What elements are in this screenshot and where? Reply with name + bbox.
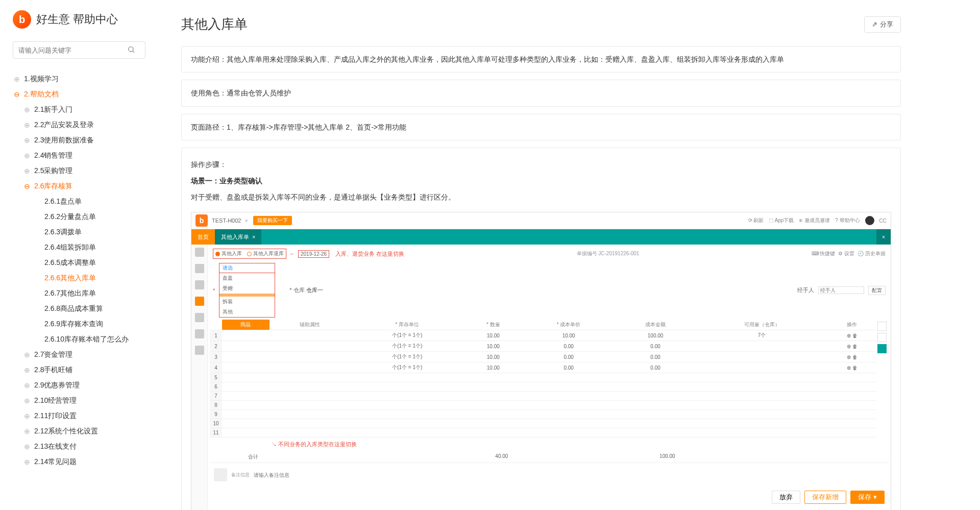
rail-icon[interactable] xyxy=(195,280,204,289)
nav-purchase[interactable]: ⊕2.5采购管理 xyxy=(23,163,145,179)
rail-icon[interactable] xyxy=(195,313,204,322)
ss-buy-button[interactable]: 我要购买一下 xyxy=(253,216,292,225)
nav-personalization[interactable]: ⊕2.12系统个性化设置 xyxy=(23,424,145,439)
close-icon[interactable]: × xyxy=(252,234,255,240)
help-icon[interactable]: ? 帮助中心 xyxy=(835,217,860,224)
table-row[interactable]: 10 xyxy=(210,419,876,428)
ss-dd-option[interactable]: 盘盈 xyxy=(219,273,275,283)
minus-icon: ⊖ xyxy=(13,90,21,99)
nav-cost-recalc[interactable]: ·2.6.8商品成本重算 xyxy=(33,301,145,317)
path-box: 页面路径：1、库存核算->库存管理->其他入库单 2、首页->常用功能 xyxy=(181,114,901,140)
ss-note-input[interactable] xyxy=(254,472,885,478)
rail-tool-icon[interactable] xyxy=(877,322,887,331)
ss-discard-button[interactable]: 放弃 xyxy=(772,491,800,504)
ss-savenew-button[interactable]: 保存新增 xyxy=(804,491,846,504)
rail-icon[interactable] xyxy=(195,297,204,306)
plus-icon: ⊕ xyxy=(23,427,31,435)
nav-faq[interactable]: ⊕2.14常见问题 xyxy=(23,454,145,470)
ss-dd-option[interactable]: 拆装 xyxy=(219,297,275,307)
ss-handler-input[interactable] xyxy=(818,286,864,294)
nav-finance[interactable]: ⊕2.7资金管理 xyxy=(23,347,145,362)
ss-left-rail xyxy=(191,245,208,510)
nav-getting-started[interactable]: ⊕2.1新手入门 xyxy=(23,102,145,117)
plus-icon: ⊕ xyxy=(13,75,21,83)
rail-icon[interactable] xyxy=(195,248,204,257)
ss-date-input[interactable]: 2019-12-26 xyxy=(298,250,329,258)
table-row[interactable]: 6 xyxy=(210,382,876,392)
ss-annotation-2: ↘ 不同业务的入库类型在这里切换 xyxy=(210,438,876,451)
sidebar: b 好生意 帮助中心 ⊕1.视频学习 ⊖2.帮助文档 ⊕2.1新手入门 ⊕2.2… xyxy=(0,0,156,510)
nav-help-docs[interactable]: ⊖2.帮助文档 xyxy=(13,87,145,102)
table-row[interactable]: 5 xyxy=(210,373,876,382)
plus-icon: ⊕ xyxy=(23,397,31,405)
ss-history-link[interactable]: 🕘 历史单据 xyxy=(857,250,886,257)
ss-settings-link[interactable]: ⚙ 设置 xyxy=(838,250,854,257)
rail-icon[interactable] xyxy=(195,346,204,355)
logo: b 好生意 帮助中心 xyxy=(13,10,145,29)
nav-assembly[interactable]: ·2.6.4组装拆卸单 xyxy=(33,240,145,255)
ss-radio-in[interactable]: 其他入库 xyxy=(215,250,242,257)
ss-tabs-close[interactable]: × xyxy=(876,229,891,245)
invite-icon[interactable]: ⊕ 邀成员邀请 xyxy=(799,217,830,224)
search-input[interactable] xyxy=(13,41,145,59)
ss-config-button[interactable]: 配置 xyxy=(868,286,886,295)
plus-icon: ⊕ xyxy=(23,351,31,359)
arrow-icon: ← xyxy=(289,251,295,257)
nav-install-login[interactable]: ⊕2.2产品安装及登录 xyxy=(23,117,145,133)
ss-total-amt: 100.00 xyxy=(626,453,708,460)
nav-sales[interactable]: ⊕2.4销售管理 xyxy=(23,148,145,163)
nav-ledger-query[interactable]: ·2.6.9库存账本查询 xyxy=(33,317,145,332)
ss-hotkey-link[interactable]: ⌨ 快捷键 xyxy=(812,250,836,257)
nav-video-learning[interactable]: ⊕1.视频学习 xyxy=(13,71,145,87)
plus-icon: ⊕ xyxy=(23,381,31,390)
nav-transfer[interactable]: ·2.6.3调拨单 xyxy=(33,225,145,240)
table-row[interactable]: 9 xyxy=(210,410,876,419)
content-block: 操作步骤： 场景一：业务类型确认 对于受赠、盘盈或是拆装入库等不同的业务，是通过… xyxy=(181,148,901,510)
share-button[interactable]: ⇗ 分享 xyxy=(864,16,901,33)
scene1-title: 场景一：业务类型确认 xyxy=(191,177,891,186)
ss-dd-option[interactable]: 受赠 xyxy=(219,283,275,294)
table-row[interactable]: 4个(1个 = 1个)10.000.000.00⊕ 🗑 xyxy=(210,362,876,373)
ss-save-button[interactable]: 保存 ▾ xyxy=(850,491,885,504)
table-row[interactable]: 11 xyxy=(210,428,876,438)
nav-online-pay[interactable]: ⊕2.13在线支付 xyxy=(23,439,145,454)
nav-partial-check[interactable]: ·2.6.2分量盘点单 xyxy=(33,209,145,225)
main-content: 其他入库单 ⇗ 分享 功能介绍：其他入库单用来处理除采购入库、产成品入库之外的其… xyxy=(156,0,921,510)
page-title: 其他入库单 xyxy=(181,15,248,33)
nav-other-in[interactable]: ·2.6.6其他入库单 xyxy=(33,271,145,286)
chevron-down-icon: ▾ xyxy=(245,217,248,224)
nav-inventory[interactable]: ⊖2.6库存核算 xyxy=(23,179,145,194)
refresh-icon[interactable]: ⟳ 刷新 xyxy=(748,217,764,224)
ss-biztype-dropdown[interactable]: 请选 盘盈 受赠 拆装 其他 xyxy=(219,263,275,318)
rail-icon[interactable] xyxy=(195,264,204,273)
nav-data-prep[interactable]: ⊕2.3使用前数据准备 xyxy=(23,133,145,148)
rail-tool-icon[interactable] xyxy=(877,333,887,342)
role-box: 使用角色：通常由仓管人员维护 xyxy=(181,80,901,106)
nav-operation[interactable]: ⊕2.10经营管理 xyxy=(23,393,145,408)
nav-stock-check[interactable]: ·2.6.1盘点单 xyxy=(33,194,145,209)
table-row[interactable]: 1个(1个 = 1个)10.0010.00100.007个⊕ 🗑 xyxy=(210,330,876,341)
rail-tool-icon[interactable] xyxy=(877,344,887,353)
nav-coupon[interactable]: ⊕2.9优惠券管理 xyxy=(23,378,145,393)
nav-cost-adjust[interactable]: ·2.6.5成本调整单 xyxy=(33,255,145,271)
nav-ledger-fix[interactable]: ·2.6.10库存账本错了怎么办 xyxy=(33,332,145,347)
app-download-icon[interactable]: ⬚ App下载 xyxy=(769,217,794,224)
ss-dd-option[interactable]: 其他 xyxy=(219,307,275,317)
table-row[interactable]: 2个(1个 = 1个)10.000.000.00⊕ 🗑 xyxy=(210,341,876,352)
table-row[interactable]: 7 xyxy=(210,392,876,401)
table-row[interactable]: 3个(1个 = 1个)10.000.000.00⊕ 🗑 xyxy=(210,352,876,362)
nav-tree: ⊕1.视频学习 ⊖2.帮助文档 ⊕2.1新手入门 ⊕2.2产品安装及登录 ⊕2.… xyxy=(13,71,145,470)
avatar[interactable] xyxy=(865,216,874,225)
nav-print[interactable]: ⊕2.11打印设置 xyxy=(23,408,145,424)
nav-other-out[interactable]: ·2.6.7其他出库单 xyxy=(33,286,145,301)
ss-radio-return[interactable]: 其他入库退库 xyxy=(247,250,284,257)
steps-label: 操作步骤： xyxy=(191,160,891,169)
ss-tab-active[interactable]: 其他入库单× xyxy=(215,229,261,245)
plus-icon: ⊕ xyxy=(23,458,31,466)
table-row[interactable]: 8 xyxy=(210,401,876,410)
ss-doc-number: 单据编号 JC-20191226-001 xyxy=(577,250,640,257)
nav-mobile-shop[interactable]: ⊕2.8手机旺铺 xyxy=(23,362,145,378)
minus-icon: ⊖ xyxy=(23,182,31,190)
rail-icon[interactable] xyxy=(195,329,204,338)
ss-tab-home[interactable]: 首页 xyxy=(191,229,215,245)
